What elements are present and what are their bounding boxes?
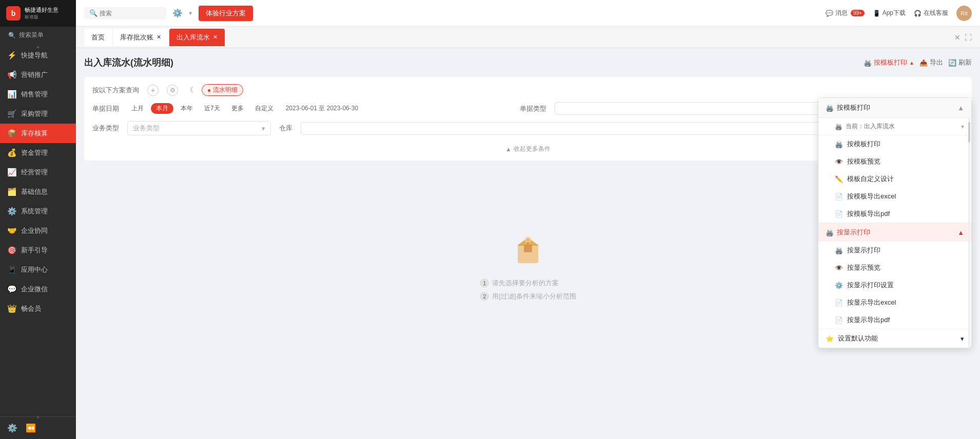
sidebar-item-sales[interactable]: 📊 销售管理 <box>0 85 76 104</box>
tab-batch-account-label: 库存批次账 <box>120 33 153 42</box>
app-version: 标准版 <box>25 14 58 21</box>
tab-batch-account-close[interactable]: ✕ <box>156 34 161 41</box>
tab-inout-flow[interactable]: 出入库流水 ✕ <box>169 29 225 46</box>
quick-nav-icon: ⚡ <box>7 51 17 60</box>
trial-button[interactable]: 体验行业方案 <box>199 6 253 21</box>
sidebar-item-finance[interactable]: 💰 资金管理 <box>0 143 76 163</box>
dropdown-item-display-excel[interactable]: 📄 按显示导出excel <box>818 294 971 311</box>
filter-row-1: 按以下方案查询 + ⚙ 《 ● 流水明细 <box>92 84 964 96</box>
date-label: 单据日期 <box>92 104 119 113</box>
topbar: 🔍 ⚙️ ▾ 体验行业方案 💬 消息 99+ 📱 App下载 🎧 在线客服 Ri… <box>76 0 980 27</box>
template-print-button[interactable]: 🖨️ 按模板打印 ▲ <box>864 58 914 67</box>
sidebar-search-label: 搜索菜单 <box>19 31 44 39</box>
online-service-label: 在线客服 <box>924 9 948 17</box>
sidebar-item-purchase[interactable]: 🛒 采购管理 <box>0 104 76 124</box>
dropdown-item-display-preview[interactable]: 👁️ 按显示预览 <box>818 259 971 276</box>
section-chevron-up: ▲ <box>957 229 964 236</box>
filter-collapse-button[interactable]: 《 <box>186 86 193 95</box>
step-1-text: 请先选择要分析的方案 <box>492 276 559 290</box>
display-preview-label: 按显示预览 <box>847 263 880 272</box>
dropdown-item-display-settings[interactable]: ⚙️ 按显示打印设置 <box>818 276 971 294</box>
tab-home[interactable]: 首页 <box>84 29 112 46</box>
system-icon: ⚙️ <box>7 207 17 216</box>
dropdown-chevron-up-icon[interactable]: ▲ <box>957 104 964 112</box>
date-tab-recent7[interactable]: 近7天 <box>200 103 224 114</box>
sidebar-item-wechat[interactable]: 💬 企业微信 <box>0 280 76 299</box>
sidebar-item-enterprise[interactable]: 🤝 企业协同 <box>0 221 76 241</box>
search-icon: 🔍 <box>8 32 16 39</box>
sidebar-item-operations[interactable]: 📈 经营管理 <box>0 163 76 182</box>
date-tab-custom[interactable]: 自定义 <box>251 103 278 114</box>
dropdown-item-set-default[interactable]: ⭐ 设置默认功能 ▾ <box>818 329 971 348</box>
dropdown-display-print-section[interactable]: 🖨️ 按显示打印 ▲ <box>818 223 971 242</box>
topbar-right: 💬 消息 99+ 📱 App下载 🎧 在线客服 Rit <box>826 6 972 21</box>
dropdown-header-label: 按模板打印 <box>837 103 870 112</box>
user-name: Rit <box>961 10 967 16</box>
dropdown-current-item: 🖨️ 当前：出入库流水 ▾ <box>818 118 971 135</box>
step-1-number: 1 <box>480 278 489 288</box>
date-tab-current-year[interactable]: 本年 <box>177 103 197 114</box>
sidebar-item-quick-nav[interactable]: ⚡ 快捷导航 <box>0 46 76 65</box>
tab-close-all-button[interactable]: ✕ <box>954 33 961 42</box>
display-print-section-label: 按显示打印 <box>837 228 870 237</box>
sidebar-item-marketing[interactable]: 📢 营销推广 <box>0 65 76 85</box>
sidebar-item-inventory[interactable]: 📦 库存核算 <box>0 124 76 143</box>
tab-maximize-button[interactable]: ⛶ <box>965 33 972 42</box>
page-actions: 🖨️ 按模板打印 ▲ 📤 导出 🔄 刷新 <box>864 58 972 67</box>
page-title: 出入库流水(流水明细) <box>84 56 173 69</box>
filter-tag-flow[interactable]: ● 流水明细 <box>202 84 243 96</box>
dropdown-item-template-pdf[interactable]: 📄 按模板导出pdf <box>818 205 971 223</box>
dropdown-item-template-custom[interactable]: ✏️ 模板自定义设计 <box>818 170 971 188</box>
app-name: 畅捷通好生意 <box>25 6 58 13</box>
sidebar: b 畅捷通好生意 标准版 🔍 搜索菜单 ▲ ⚡ 快捷导航 📢 营销推广 📊 销售… <box>0 0 76 439</box>
sidebar-item-member[interactable]: 👑 畅会员 <box>0 299 76 318</box>
dropdown-item-template-preview[interactable]: 👁️ 按模板预览 <box>818 153 971 170</box>
date-field: 上月 本月 本年 近7天 更多 自定义 2023-06-01 至 2023-06… <box>127 103 512 114</box>
dropdown-scrollbar-thumb[interactable] <box>968 122 970 143</box>
date-tab-prev-month[interactable]: 上月 <box>127 103 148 114</box>
current-item-label: 当前：出入库流水 <box>846 122 895 131</box>
dropdown-scrollbar-track[interactable] <box>968 118 970 348</box>
sidebar-item-apps[interactable]: 📱 应用中心 <box>0 260 76 280</box>
user-avatar[interactable]: Rit <box>956 6 972 21</box>
biz-type-select[interactable]: 业务类型 ▾ <box>127 121 271 135</box>
dropdown-item-display-pdf[interactable]: 📄 按显示导出pdf <box>818 311 971 329</box>
printer-icon2: 🖨️ <box>826 104 834 112</box>
sidebar-search[interactable]: 🔍 搜索菜单 <box>0 27 76 44</box>
sidebar-item-system[interactable]: ⚙️ 系统管理 <box>0 202 76 221</box>
custom-sub-icon: ✏️ <box>835 175 843 183</box>
settings-icon[interactable]: ⚙️ <box>172 8 183 18</box>
chevron-down-icon[interactable]: ▾ <box>189 9 192 17</box>
tab-inout-flow-close[interactable]: ✕ <box>213 34 218 41</box>
template-pdf-label: 按模板导出pdf <box>847 209 890 218</box>
purchase-icon: 🛒 <box>7 109 17 118</box>
search-input[interactable] <box>100 10 161 17</box>
date-tab-current-month[interactable]: 本月 <box>151 103 173 114</box>
filter-add-button[interactable]: + <box>147 85 159 96</box>
filter-tag-label: 流水明细 <box>213 86 238 94</box>
sidebar-menu: ⚡ 快捷导航 📢 营销推广 📊 销售管理 🛒 采购管理 📦 库存核算 💰 资金管… <box>0 46 76 414</box>
message-button[interactable]: 💬 消息 99+ <box>826 9 865 17</box>
dropdown-item-display-print[interactable]: 🖨️ 按显示打印 <box>818 242 971 259</box>
voucher-type-label: 单据类型 <box>520 104 546 113</box>
display-print-label: 按显示打印 <box>847 246 880 255</box>
main-area: 🔍 ⚙️ ▾ 体验行业方案 💬 消息 99+ 📱 App下载 🎧 在线客服 Ri… <box>76 0 980 439</box>
online-service-button[interactable]: 🎧 在线客服 <box>914 9 948 17</box>
export-button[interactable]: 📤 导出 <box>919 58 943 67</box>
step-2-text: 用[过滤]条件来缩小分析范围 <box>492 290 576 303</box>
sidebar-item-label: 库存核算 <box>21 129 48 138</box>
refresh-button[interactable]: 🔄 刷新 <box>948 58 972 67</box>
dropdown-item-template-excel[interactable]: 📄 按模板导出excel <box>818 188 971 205</box>
filter-setting-button[interactable]: ⚙ <box>167 85 178 96</box>
dropdown-item-template-print[interactable]: 🖨️ 按模板打印 <box>818 135 971 153</box>
sidebar-collapse-icon[interactable]: ⏪ <box>26 423 36 433</box>
app-download-button[interactable]: 📱 App下载 <box>873 9 906 17</box>
sidebar-item-guide[interactable]: 🎯 新手引导 <box>0 241 76 260</box>
sidebar-item-label: 企业协同 <box>21 226 48 235</box>
headset-icon: 🎧 <box>914 10 922 17</box>
sidebar-settings-icon[interactable]: ⚙️ <box>7 423 17 433</box>
tab-batch-account[interactable]: 库存批次账 ✕ <box>113 29 168 46</box>
sidebar-item-label: 系统管理 <box>21 207 48 216</box>
sidebar-item-basic[interactable]: 🗂️ 基础信息 <box>0 182 76 202</box>
date-tab-more[interactable]: 更多 <box>227 103 248 114</box>
